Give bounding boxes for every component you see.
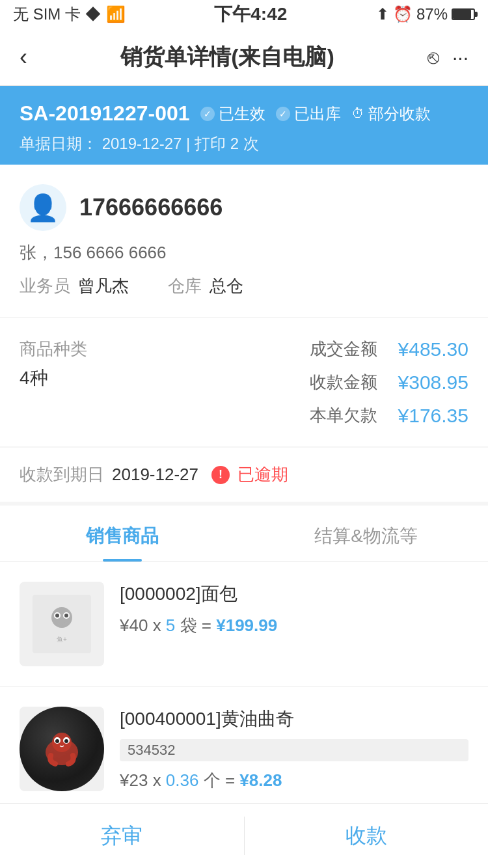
collected-row: 收款金额 ¥308.95 [310, 371, 468, 394]
product-sku-2: 534532 [120, 739, 468, 761]
warehouse-label: 仓库 [168, 275, 202, 297]
status-right: ⬆ ⏰ 87% [376, 5, 475, 23]
more-icon[interactable]: ··· [452, 46, 468, 68]
product-name-2: [000400001]黄油曲奇 [120, 707, 468, 731]
price-x-1: x [153, 616, 166, 635]
tab-products[interactable]: 销售商品 [0, 506, 244, 562]
product-price-1: ¥40 x 5 袋 = ¥199.99 [120, 614, 468, 637]
list-item: 鱼+ [0000002]面包 ¥40 x 5 袋 = ¥199.99 [0, 562, 488, 686]
confirm-button[interactable]: 收款 [245, 804, 489, 868]
price-eq-2: = [225, 770, 239, 790]
cancel-button[interactable]: 弃审 [0, 804, 244, 868]
total-2: ¥8.28 [239, 770, 282, 790]
svg-point-12 [64, 739, 68, 743]
customer-section: 👤 17666666666 张，156 6666 6666 业务员 曾凡杰 仓库… [0, 165, 488, 317]
price-x-2: x [153, 770, 166, 790]
product-thumbnail-1: 鱼+ [20, 582, 104, 666]
debt-row: 本单欠款 ¥176.35 [310, 404, 468, 427]
price-eq-1: = [202, 616, 216, 635]
svg-point-1 [51, 607, 72, 628]
debt-label: 本单欠款 [310, 404, 377, 427]
nav-bar: ‹ 销货单详情(来自电脑) ⎋ ··· [0, 29, 488, 86]
unit-1: 袋 [180, 616, 197, 635]
customer-row: 👤 17666666666 [20, 184, 468, 231]
warehouse-item: 仓库 总仓 [168, 275, 243, 297]
stats-section: 商品种类 4种 成交金额 ¥485.30 收款金额 ¥308.95 本单欠款 ¥… [0, 318, 488, 446]
svg-point-5 [64, 614, 68, 617]
nav-left: ‹ [20, 44, 27, 71]
share-icon[interactable]: ⎋ [427, 46, 439, 68]
date-label: 单据日期： [20, 135, 98, 152]
page-title: 销货单详情(来自电脑) [120, 42, 334, 72]
warehouse-value: 总仓 [210, 275, 243, 297]
product-image-2 [20, 707, 104, 791]
customer-phone: 17666666666 [79, 194, 223, 221]
transaction-label: 成交金额 [310, 338, 377, 360]
order-id: SA-20191227-001 [20, 102, 190, 126]
order-date-row: 单据日期： 2019-12-27 | 打印 2 次 [20, 133, 468, 154]
badge-effective: 已生效 [200, 103, 265, 124]
total-1: ¥199.99 [216, 616, 277, 635]
qty-1: 5 [166, 616, 175, 635]
overdue-icon: ! [211, 466, 230, 484]
wifi-icon: 📶 [106, 5, 126, 23]
clock: 下午4:42 [214, 2, 287, 27]
tabs-bar: 销售商品 结算&物流等 [0, 506, 488, 562]
collected-label: 收款金额 [310, 371, 377, 394]
back-button[interactable]: ‹ [20, 44, 27, 71]
status-left: 无 SIM 卡 ◆ 📶 [13, 4, 126, 25]
header-banner: SA-20191227-001 已生效 已出库 部分收款 单据日期： 2019-… [0, 86, 488, 165]
badge-shipped: 已出库 [276, 103, 341, 124]
battery-icon [452, 8, 475, 20]
order-id-row: SA-20191227-001 已生效 已出库 部分收款 [20, 102, 468, 126]
overdue-text: 已逾期 [237, 463, 288, 486]
animal-icon [33, 720, 91, 778]
price-base-2: ¥23 [120, 770, 148, 790]
product-info-2: [000400001]黄油曲奇 534532 ¥23 x 0.36 个 = ¥8… [120, 707, 468, 792]
tabs-section: 销售商品 结算&物流等 [0, 503, 488, 562]
order-date: 2019-12-27 [102, 135, 182, 152]
collected-value: ¥308.95 [390, 372, 468, 394]
due-label: 收款到期日 [20, 463, 104, 486]
customer-meta: 业务员 曾凡杰 仓库 总仓 [20, 275, 468, 297]
svg-point-11 [55, 739, 59, 743]
category-count: 4种 [20, 366, 87, 390]
unit-2: 个 [204, 770, 221, 790]
product-info-1: [0000002]面包 ¥40 x 5 袋 = ¥199.99 [120, 582, 468, 637]
sim-status: 无 SIM 卡 ◆ [13, 4, 101, 25]
customer-name: 张，156 6666 6666 [20, 241, 468, 264]
product-price-2: ¥23 x 0.36 个 = ¥8.28 [120, 769, 468, 792]
alarm-icon: ⏰ [393, 5, 413, 23]
salesperson-label: 业务员 [20, 275, 70, 297]
list-item: [000400001]黄油曲奇 534532 ¥23 x 0.36 个 = ¥8… [0, 687, 488, 811]
due-date-section: 收款到期日 2019-12-27 ! 已逾期 [0, 448, 488, 502]
product-name-1: [0000002]面包 [120, 582, 468, 606]
bottom-bar: 弃审 收款 [0, 803, 488, 868]
transaction-row: 成交金额 ¥485.30 [310, 338, 468, 360]
price-base-1: ¥40 [120, 616, 148, 635]
debt-value: ¥176.35 [390, 405, 468, 427]
salesperson-item: 业务员 曾凡杰 [20, 275, 129, 297]
avatar: 👤 [20, 184, 66, 231]
stats-left: 商品种类 4种 [20, 338, 87, 390]
salesperson-value: 曾凡杰 [78, 275, 129, 297]
status-bar: 无 SIM 卡 ◆ 📶 下午4:42 ⬆ ⏰ 87% [0, 0, 488, 29]
svg-text:鱼+: 鱼+ [57, 636, 67, 643]
badge-partial: 部分收款 [351, 103, 431, 124]
stats-right: 成交金额 ¥485.30 收款金额 ¥308.95 本单欠款 ¥176.35 [310, 338, 468, 427]
product-thumbnail-2 [20, 707, 104, 791]
user-icon: 👤 [27, 193, 59, 223]
due-date: 2019-12-27 [112, 465, 198, 485]
category-label: 商品种类 [20, 338, 87, 360]
transaction-value: ¥485.30 [390, 338, 468, 360]
battery-level: 87% [416, 5, 448, 23]
product-image-placeholder: 鱼+ [33, 595, 91, 653]
nav-right: ⎋ ··· [427, 46, 468, 68]
tab-settlement[interactable]: 结算&物流等 [244, 506, 488, 562]
print-info: | 打印 2 次 [186, 135, 259, 152]
qty-2: 0.36 [166, 770, 199, 790]
location-icon: ⬆ [376, 5, 389, 23]
svg-point-4 [55, 614, 59, 617]
